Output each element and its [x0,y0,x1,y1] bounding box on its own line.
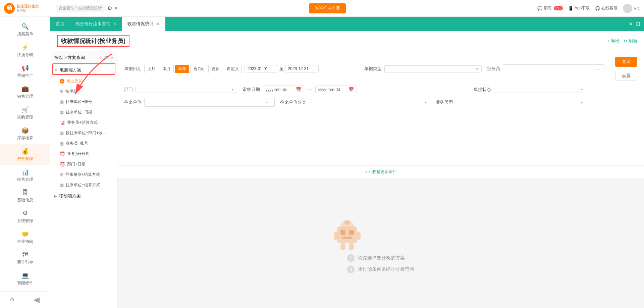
date-btn-more[interactable]: 更多 [208,65,222,73]
review-date-from[interactable]: 📅 [263,86,304,93]
sidebar-item-inventory[interactable]: 📦 库存核算 [0,123,50,144]
scheme-item-by-salesperson[interactable]: 按业务员 [50,76,117,86]
query-button[interactable]: 查询 [615,57,637,67]
collapse-bar[interactable]: ∧∧ 收起更多条件 [117,165,644,178]
header-gear-icon[interactable]: ⚙ [107,5,112,11]
sidebar-item-finance[interactable]: 💰 资金管理 [0,144,50,165]
partner-label: 往来单位 [124,99,142,105]
partner-category-select[interactable]: ▾ [309,99,431,106]
partner-select[interactable]: ··· [144,98,275,107]
tab-close-cash-flow[interactable]: ✕ [113,21,116,26]
sidebar-item-sales[interactable]: 💼 销售管理 [0,82,50,103]
tab-close-collection[interactable]: ✕ [156,21,160,26]
scheme-group-mobile: ▶ 移动端方案 [50,190,117,202]
date-from-input[interactable] [245,65,278,72]
export-icon: ↑ [607,39,610,44]
scheme-item-partner-account[interactable]: ▦ 往来单位+账号 [50,97,117,107]
partner-dots[interactable]: ··· [266,100,270,105]
salesperson-label: 业务员 [487,66,500,72]
salesperson-acct-icon: ▦ [60,141,64,146]
sidebar-item-basic[interactable]: 🗄 基础信息 [0,186,50,206]
enterprise-icon: 🤝 [21,230,29,238]
collapse-sidebar-icon[interactable]: ◀‖ [32,295,42,305]
sidebar-item-enterprise[interactable]: 🤝 企业协同 [0,227,50,248]
date-to-input[interactable] [285,65,319,72]
user-avatar-area[interactable]: Rit [623,4,639,13]
doc-status-select[interactable]: ▾ [494,86,587,93]
date-btn-this-month[interactable]: 本月 [160,65,174,73]
user-name: Rit [634,6,639,11]
review-date-to[interactable]: 📅 [315,86,357,93]
scheme-item-detail[interactable]: ⊞ 按明细 [50,86,117,97]
svg-rect-8 [349,243,354,250]
date-dash: — [308,87,312,92]
scheme-item-salesperson-acct[interactable]: ▦ 业务员+账号 [50,138,117,149]
sidebar-item-hardware[interactable]: 💻 智能硬件 [0,268,50,289]
scheme-item-partner-payment1[interactable]: ⊞ 往来单位+结算方式 [50,169,117,180]
salesperson-select[interactable]: ··· [503,64,604,73]
scheme-panel-header: 按以下方案查询 + ⚙ « [50,51,117,64]
breadcrumb: 资金管理 / 收款情况统计 [56,5,105,12]
date-btn-custom[interactable]: 自定义 [224,65,242,73]
scheme-item-partner-payment2[interactable]: ▦ 往来单位+结算方式 [50,180,117,190]
filter-partner: 往来单位 ··· [124,98,275,107]
trial-button[interactable]: 体验行业方案 [309,3,346,13]
biz-type-arrow: ▾ [581,101,583,104]
scheme-item-salesperson-date[interactable]: ⏰ 业务员+日期 [50,149,117,159]
filter-biz-type: 业务类型 ▾ [436,99,586,106]
review-date-to-input[interactable] [318,87,348,92]
filter-doc-status: 单据状态 ▾ [474,86,587,93]
salesperson-dots[interactable]: ··· [595,66,599,71]
tab-collection-stats[interactable]: 收款情况统计 ✕ [122,17,165,31]
refresh-button[interactable]: ↻ 刷新 [624,38,637,44]
export-button[interactable]: ↑ 导出 [607,38,620,44]
scheme-panel: 按以下方案查询 + ⚙ « ▼ 电脑端方案 [50,51,117,308]
sidebar-item-operations[interactable]: 📊 经营管理 [0,165,50,186]
page-title: 收款情况统计(按业务员) [61,37,125,45]
header-dropdown-icon[interactable]: ▾ [115,5,117,11]
scheme-collapse-icon[interactable]: « [110,55,113,60]
close-window-icon[interactable]: ✕ [629,21,633,27]
date-btn-this-year[interactable]: 本年 [175,65,189,73]
scheme-item-partner-date[interactable]: ▦ 往来单位+日期 [50,107,117,117]
scheme-item-partner-dept[interactable]: ▦ 按往来单位+部门+收... [50,128,117,138]
app-download-action[interactable]: 📱 App下载 [568,5,590,11]
sidebar-item-guide[interactable]: 🗺 新手引导 [0,248,50,268]
mobile-group-arrow: ▶ [54,194,57,198]
review-date-from-input[interactable] [266,87,296,92]
department-select[interactable]: ▾ [136,86,237,93]
tab-cash-flow[interactable]: 现金银行流水查询 ✕ [70,17,122,31]
message-action[interactable]: 💬 消息 99+ [537,5,563,11]
doc-type-select[interactable]: ▾ [384,65,482,72]
scheme-settings-icon[interactable]: ⚙ [104,55,108,60]
biz-type-select[interactable]: ▾ [456,99,586,106]
filter-doc-type: 单据类型 ▾ [364,65,482,72]
empty-step-1: 1 请先选择要分析的方案 [347,254,414,262]
maximize-window-icon[interactable]: ⊡ [636,21,640,27]
scheme-group-mobile-title[interactable]: ▶ 移动端方案 [50,190,117,202]
date-btn-7days[interactable]: 近7天 [191,65,207,73]
date-btn-last-month[interactable]: 上月 [144,65,158,73]
system-icon: ⚙ [22,210,28,217]
scheme-item-salesperson-payment[interactable]: 📊 业务员+结算方式 [50,117,117,128]
scheme-item-dept-date[interactable]: ⏰ 部门+日期 [50,159,117,169]
sidebar-item-quicknav[interactable]: ⚡ 快捷导航 [0,40,50,61]
sidebar-item-purchase[interactable]: 🛒 采购管理 [0,103,50,123]
app-logo: 畅 畅捷通好生意 标准版 [0,0,50,17]
action-buttons: 查询 设置 [615,57,637,81]
doc-type-label: 单据类型 [364,66,382,72]
department-label: 部门 [124,87,133,93]
sidebar-item-marketing[interactable]: 📢 营销推广 [0,61,50,82]
sidebar-item-system[interactable]: ⚙ 系统管理 [0,206,50,227]
scheme-add-icon[interactable]: + [99,55,102,60]
settings-footer-icon[interactable]: ⚙ [8,295,16,305]
header-right: 💬 消息 99+ 📱 App下载 🎧 在线客服 Rit [537,4,639,13]
tab-home[interactable]: 首页 [50,17,70,31]
empty-step-2: 2 用过滤条件来缩小分析范围 [347,266,414,273]
filter-date: 单据日期 上月 本月 本年 近7天 更多 自定义 [124,65,359,73]
online-service-action[interactable]: 🎧 在线客服 [595,5,618,11]
scheme-group-desktop-title[interactable]: ▼ 电脑端方案 [50,64,117,76]
review-date-label: 审核日期 [243,87,260,93]
sidebar-item-search[interactable]: 🔍 搜索菜单 [0,19,50,40]
settings-button[interactable]: 设置 [615,71,637,81]
